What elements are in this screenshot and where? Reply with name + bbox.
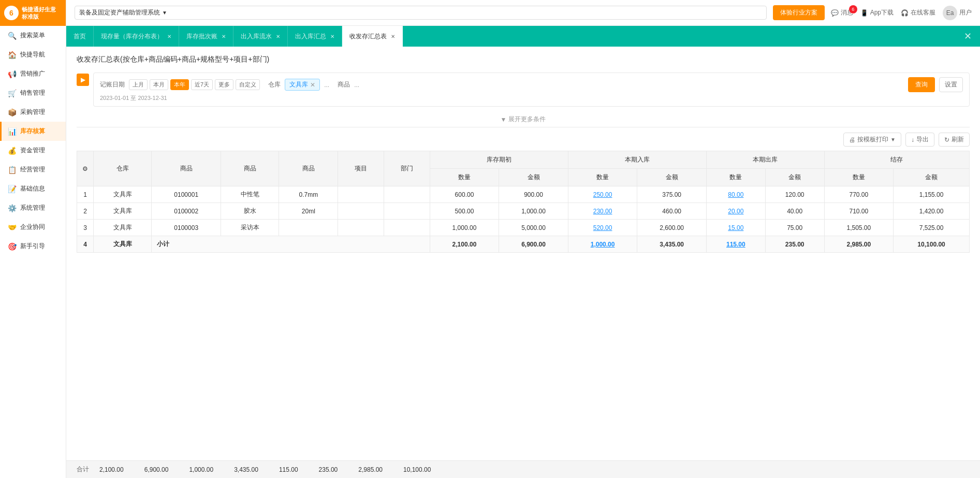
table-row: 2 文具库 0100002 胶水 20ml 500.00 1,000.00 23… [77, 203, 970, 220]
cell-product-code: 0100003 [152, 220, 221, 236]
tab-receive-summary[interactable]: 收发存汇总表 ✕ [342, 26, 403, 47]
cell-no: 1 [77, 186, 94, 203]
th-in-qty: 数量 [568, 169, 637, 186]
date-range-display: 2023-01-01 至 2023-12-31 [100, 94, 963, 102]
sidebar-item-label: 系统管理 [20, 204, 45, 212]
filter-expand-icon[interactable]: ▶ [77, 74, 89, 86]
warehouse-more-icon[interactable]: ... [324, 81, 329, 89]
sidebar: 6 畅捷通好生意 标准版 🔍 搜索菜单 🏠 快捷导航 📢 营销推广 🛒 销售管理… [0, 0, 66, 478]
sidebar-item-quick-nav[interactable]: 🏠 快捷导航 [0, 45, 66, 64]
tab-close-icon[interactable]: ✕ [276, 34, 280, 39]
bell-icon: 💬 [831, 9, 839, 17]
date-shortcuts: 上月 本月 本年 近7天 更多 自定义 [129, 79, 260, 90]
tab-close-icon[interactable]: ✕ [330, 34, 334, 39]
home-icon: 🏠 [8, 51, 16, 59]
th-in-amount: 金额 [637, 169, 707, 186]
cell-subtotal-in-qty[interactable]: 1,000.00 [568, 236, 637, 253]
cell-in-amount: 375.00 [637, 186, 707, 203]
cell-out-qty[interactable]: 15.00 [706, 220, 765, 236]
cell-subtotal-out-qty[interactable]: 115.00 [706, 236, 765, 253]
experience-button[interactable]: 体验行业方案 [773, 5, 825, 20]
cell-in-qty[interactable]: 520.00 [568, 220, 637, 236]
cell-warehouse: 文具库 [94, 203, 152, 220]
cell-in-qty[interactable]: 230.00 [568, 203, 637, 220]
cell-in-qty[interactable]: 250.00 [568, 186, 637, 203]
total-out-qty: 115.00 [279, 466, 298, 473]
tab-stock-distribution[interactable]: 现存量（库存分布表） ✕ [94, 26, 179, 47]
gear-icon: ⚙️ [8, 204, 16, 212]
warehouse-tag: 文具库 ✕ [285, 79, 320, 91]
product-label: 商品 [338, 80, 350, 89]
sidebar-item-purchase[interactable]: 📦 采购管理 [0, 103, 66, 122]
shortcut-custom[interactable]: 自定义 [236, 79, 260, 90]
megaphone-icon: 📢 [8, 70, 16, 78]
shortcut-this-year[interactable]: 本年 [170, 79, 189, 90]
sidebar-item-finance[interactable]: 💰 资金管理 [0, 141, 66, 160]
online-service-item[interactable]: 🎧 在线客服 [901, 8, 935, 17]
cell-no: 2 [77, 203, 94, 220]
total-in-qty: 1,000.00 [189, 466, 213, 473]
cell-opening-amount: 1,000.00 [499, 203, 568, 220]
product-more-icon[interactable]: ... [354, 81, 359, 89]
th-opening-group: 库存期初 [430, 151, 568, 169]
shortcut-this-month[interactable]: 本月 [150, 79, 168, 90]
sidebar-item-marketing[interactable]: 📢 营销推广 [0, 64, 66, 83]
cell-opening-qty: 500.00 [430, 203, 499, 220]
tab-batch-account[interactable]: 库存批次账 ✕ [179, 26, 233, 47]
sidebar-item-enterprise[interactable]: 🤝 企业协同 [0, 218, 66, 237]
page-content: 收发存汇总表(按仓库+商品编码+商品+规格型号+项目+部门) ▶ 记账日期 上月… [66, 47, 980, 460]
notification-item[interactable]: 💬 6 消息 [831, 8, 853, 17]
sidebar-item-operations[interactable]: 📋 经营管理 [0, 160, 66, 179]
refresh-button[interactable]: ↻ 刷新 [939, 133, 970, 147]
cell-product-name: 胶水 [221, 203, 279, 220]
cell-subtotal-out-amount: 235.00 [765, 236, 824, 253]
cell-out-qty[interactable]: 80.00 [706, 186, 765, 203]
sidebar-item-inventory[interactable]: 📊 库存核算 [0, 122, 66, 141]
query-button[interactable]: 查询 [908, 77, 935, 92]
th-warehouse: 仓库 [94, 151, 152, 186]
cell-in-amount: 460.00 [637, 203, 707, 220]
app-download-item[interactable]: 📱 App下载 [860, 8, 894, 17]
sidebar-item-label: 采购管理 [20, 108, 45, 117]
sidebar-item-guide[interactable]: 🎯 新手引导 [0, 237, 66, 256]
cell-out-qty[interactable]: 20.00 [706, 203, 765, 220]
export-button[interactable]: ↓ 导出 [905, 133, 934, 147]
page-title: 收发存汇总表(按仓库+商品编码+商品+规格型号+项目+部门) [77, 55, 970, 64]
close-all-tabs-icon[interactable]: ✕ [956, 31, 980, 42]
cell-subtotal-opening-qty: 2,100.00 [430, 236, 499, 253]
tab-bar: 首页 现存量（库存分布表） ✕ 库存批次账 ✕ 出入库流水 ✕ 出入库汇总 ✕ … [66, 26, 956, 47]
total-in-amount: 3,435.00 [234, 466, 258, 473]
money-icon: 💰 [8, 147, 16, 155]
tab-inout-flow[interactable]: 出入库流水 ✕ [233, 26, 288, 47]
print-button[interactable]: 🖨 按模板打印 ▼ [843, 133, 901, 147]
doc-icon: 📝 [8, 185, 16, 193]
tab-inout-summary[interactable]: 出入库汇总 ✕ [288, 26, 342, 47]
cell-opening-amount: 5,000.00 [499, 220, 568, 236]
cell-closing-qty: 710.00 [824, 203, 894, 220]
tab-close-icon[interactable]: ✕ [167, 34, 171, 39]
date-filter-group: 记账日期 上月 本月 本年 近7天 更多 自定义 [100, 79, 260, 90]
shortcut-more[interactable]: 更多 [215, 79, 233, 90]
tab-close-icon[interactable]: ✕ [391, 34, 395, 39]
tab-home[interactable]: 首页 [66, 26, 94, 47]
cell-department [384, 203, 430, 220]
sidebar-item-search[interactable]: 🔍 搜索菜单 [0, 26, 66, 45]
sidebar-item-label: 新手引导 [20, 242, 45, 251]
sidebar-item-basic-info[interactable]: 📝 基础信息 [0, 179, 66, 198]
sidebar-item-sales[interactable]: 🛒 销售管理 [0, 83, 66, 103]
warehouse-tag-close-icon[interactable]: ✕ [310, 81, 315, 89]
system-selector[interactable]: 装备及固定资产辅助管理系统 ▼ [75, 6, 767, 20]
logo-text: 畅捷通好生意 标准版 [22, 6, 56, 21]
shortcut-last-month[interactable]: 上月 [129, 79, 148, 90]
cell-closing-qty: 1,505.00 [824, 220, 894, 236]
user-item[interactable]: Ea 用户 [943, 6, 972, 20]
shortcut-7days[interactable]: 近7天 [191, 79, 213, 90]
system-title: 装备及固定资产辅助管理系统 ▼ [75, 6, 767, 20]
expand-more-button[interactable]: ▼ 展开更多条件 [501, 115, 546, 124]
settings-button[interactable]: 设置 [939, 77, 963, 92]
cell-product-spec: 20ml [279, 203, 338, 220]
tab-label: 收发存汇总表 [349, 32, 387, 41]
tab-close-icon[interactable]: ✕ [222, 34, 226, 39]
cell-warehouse: 文具库 [94, 186, 152, 203]
sidebar-item-system[interactable]: ⚙️ 系统管理 [0, 198, 66, 218]
